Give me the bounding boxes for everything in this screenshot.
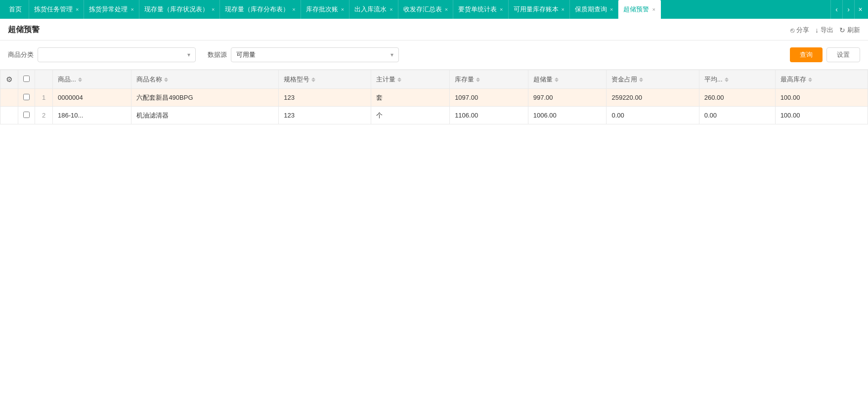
col-header-settings: ⚙ <box>0 70 18 89</box>
col-header-unit[interactable]: 主计量 <box>371 70 450 89</box>
tab-close-task-mgmt[interactable]: × <box>76 6 79 12</box>
row-checkbox[interactable] <box>23 112 30 118</box>
refresh-button[interactable]: ↻ 刷新 <box>839 26 860 35</box>
datasource-chevron-icon: ▾ <box>391 51 393 58</box>
nav-next-button[interactable]: › <box>842 0 854 19</box>
tab-close-stock-dist[interactable]: × <box>292 6 295 12</box>
query-button[interactable]: 查询 <box>790 47 823 62</box>
col-header-max_stock[interactable]: 最高库存 <box>775 70 868 89</box>
cell-max_stock: 100.00 <box>775 107 868 124</box>
cell-unit: 套 <box>371 89 450 107</box>
sort-icon-stock_qty[interactable] <box>476 78 480 82</box>
col-label-unit: 主计量 <box>376 76 395 83</box>
topbar-tab-abnormal[interactable]: 拣货异常处理× <box>84 0 139 19</box>
datasource-select-value: 可用量 <box>236 50 256 59</box>
row-settings-cell <box>0 89 18 107</box>
col-header-overstock_qty[interactable]: 超储量 <box>528 70 607 89</box>
tab-close-inout-flow[interactable]: × <box>390 6 392 12</box>
datasource-label: 数据源 <box>208 50 227 59</box>
cell-capital_usage: 0.00 <box>607 107 699 124</box>
row-checkbox[interactable] <box>23 94 30 100</box>
table-row: 10000004六配套新昌490BPG123套1097.00997.002592… <box>0 89 868 107</box>
tab-close-batch-account[interactable]: × <box>341 6 344 12</box>
page-title: 超储预警 <box>8 25 40 35</box>
col-header-checkbox <box>18 70 35 89</box>
cell-spec: 123 <box>279 107 371 124</box>
cell-overstock_qty: 997.00 <box>528 89 607 107</box>
filter-row: 商品分类 ▾ 数据源 可用量 ▾ 查询 设置 <box>0 40 868 70</box>
cell-spec: 123 <box>279 89 371 107</box>
col-header-product_code[interactable]: 商品... <box>53 70 131 89</box>
sort-icon-overstock_qty[interactable] <box>555 78 559 82</box>
col-label-capital_usage: 资金占用 <box>611 76 637 83</box>
tab-close-quality-check[interactable]: × <box>610 6 613 12</box>
col-header-spec[interactable]: 规格型号 <box>279 70 371 89</box>
sort-icon-capital_usage[interactable] <box>639 78 643 82</box>
sort-icon-spec[interactable] <box>311 78 315 82</box>
topbar-tab-quality-check[interactable]: 保质期查询× <box>570 0 618 19</box>
tab-close-stock-status[interactable]: × <box>212 6 215 12</box>
datasource-filter: 数据源 可用量 ▾ <box>208 47 399 62</box>
cell-avg_cost: 0.00 <box>699 107 775 124</box>
topbar-tab-home[interactable]: 首页 <box>2 0 29 19</box>
col-label-overstock_qty: 超储量 <box>533 76 553 83</box>
cell-product_name: 机油滤清器 <box>131 107 279 124</box>
page-actions: ⎋ 分享 ↓ 导出 ↻ 刷新 <box>790 26 860 35</box>
topbar-tab-avail-account[interactable]: 可用量库存账本× <box>509 0 570 19</box>
col-label-stock_qty: 库存量 <box>455 76 474 83</box>
set-button[interactable]: 设置 <box>826 47 860 62</box>
row-number: 2 <box>35 107 53 124</box>
category-label: 商品分类 <box>8 50 34 59</box>
category-filter: 商品分类 ▾ <box>8 47 196 62</box>
topbar-tab-batch-account[interactable]: 库存批次账× <box>301 0 349 19</box>
tab-close-abnormal[interactable]: × <box>130 6 133 12</box>
topbar-tab-task-mgmt[interactable]: 拣货任务管理× <box>29 0 84 19</box>
share-button[interactable]: ⎋ 分享 <box>790 26 809 35</box>
nav-prev-button[interactable]: ‹ <box>830 0 842 19</box>
sort-icon-max_stock[interactable] <box>808 78 812 82</box>
cell-product_name: 六配套新昌490BPG <box>131 89 279 107</box>
topbar-tab-collect-summary[interactable]: 收发存汇总表× <box>398 0 453 19</box>
sort-icon-unit[interactable] <box>397 78 401 82</box>
col-label-max_stock: 最高库存 <box>781 76 806 83</box>
col-label-product_code: 商品... <box>58 76 76 83</box>
category-chevron-icon: ▾ <box>187 51 190 58</box>
cell-capital_usage: 259220.00 <box>607 89 699 107</box>
col-header-stock_qty[interactable]: 库存量 <box>450 70 528 89</box>
row-settings-cell <box>0 107 18 124</box>
sort-icon-product_code[interactable] <box>78 78 82 82</box>
col-header-capital_usage[interactable]: 资金占用 <box>607 70 699 89</box>
cell-stock_qty: 1097.00 <box>450 89 528 107</box>
datasource-select[interactable]: 可用量 ▾ <box>231 47 399 62</box>
topbar-tab-overstock[interactable]: 超储预警× <box>618 0 660 19</box>
col-header-avg_cost[interactable]: 平均... <box>699 70 775 89</box>
tab-close-order-stat[interactable]: × <box>500 6 503 12</box>
filter-buttons: 查询 设置 <box>790 47 860 62</box>
col-label-product_name: 商品名称 <box>136 76 162 83</box>
topbar-tab-stock-status[interactable]: 现存量（库存状况表）× <box>139 0 220 19</box>
export-button[interactable]: ↓ 导出 <box>815 26 833 35</box>
topbar-tab-order-stat[interactable]: 要货单统计表× <box>453 0 508 19</box>
row-number: 1 <box>35 89 53 107</box>
data-table: ⚙商品...商品名称规格型号主计量库存量超储量资金占用平均...最高库存 100… <box>0 70 868 124</box>
cell-unit: 个 <box>371 107 450 124</box>
tab-close-collect-summary[interactable]: × <box>445 6 448 12</box>
col-header-product_name[interactable]: 商品名称 <box>131 70 279 89</box>
gear-icon[interactable]: ⚙ <box>6 75 12 83</box>
cell-overstock_qty: 1006.00 <box>528 107 607 124</box>
row-checkbox-cell <box>18 89 35 107</box>
sort-icon-avg_cost[interactable] <box>725 78 729 82</box>
cell-stock_qty: 1106.00 <box>450 107 528 124</box>
tab-close-avail-account[interactable]: × <box>562 6 564 12</box>
nav-close-button[interactable]: × <box>854 0 866 19</box>
sort-icon-product_name[interactable] <box>164 78 168 82</box>
table-body: 10000004六配套新昌490BPG123套1097.00997.002592… <box>0 89 868 124</box>
select-all-checkbox[interactable] <box>23 76 30 82</box>
tab-close-overstock[interactable]: × <box>652 6 655 12</box>
page-content: 超储预警 ⎋ 分享 ↓ 导出 ↻ 刷新 商品分类 ▾ 数据源 <box>0 19 868 395</box>
category-select[interactable]: ▾ <box>38 47 196 62</box>
col-label-avg_cost: 平均... <box>704 76 723 83</box>
topbar-tab-stock-dist[interactable]: 现存量（库存分布表）× <box>220 0 301 19</box>
page-header: 超储预警 ⎋ 分享 ↓ 导出 ↻ 刷新 <box>0 19 868 40</box>
topbar-tab-inout-flow[interactable]: 出入库流水× <box>349 0 398 19</box>
